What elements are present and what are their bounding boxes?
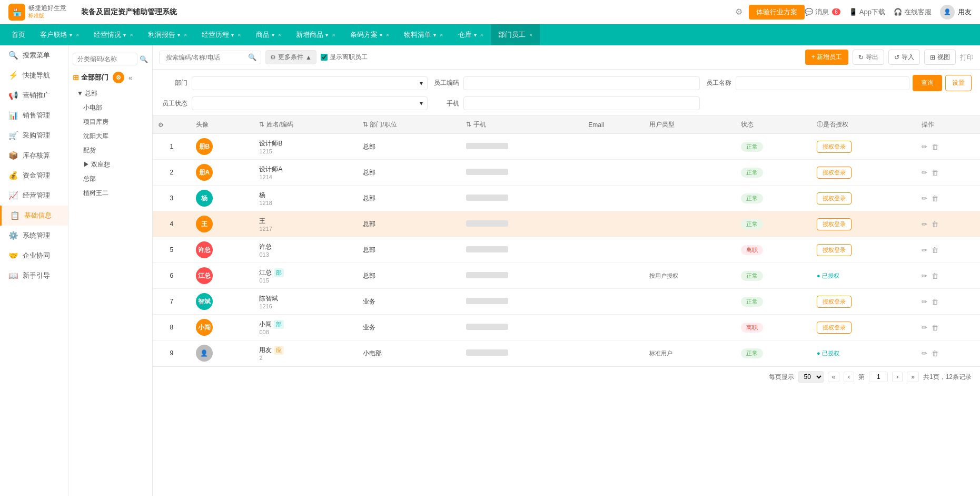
sidebar-item-finance[interactable]: 💰 资金管理 — [0, 166, 68, 186]
edit-icon[interactable]: ✏ — [922, 246, 927, 254]
auth-login-button[interactable]: 授权登录 — [817, 218, 852, 230]
tab-goods[interactable]: 商品 ▾ × — [249, 24, 289, 45]
gear-button[interactable]: ⚙ — [735, 7, 743, 17]
export-button[interactable]: ↻ 导出 — [853, 50, 884, 65]
edit-icon[interactable]: ✏ — [922, 298, 927, 306]
close-icon[interactable]: × — [237, 32, 241, 38]
sidebar-item-guide[interactable]: 📖 新手引导 — [0, 266, 68, 286]
import-button[interactable]: ↺ 导入 — [888, 50, 920, 65]
edit-icon[interactable]: ✏ — [922, 349, 927, 357]
sidebar-item-marketing[interactable]: 📢 营销推广 — [0, 85, 68, 105]
dept-search-icon[interactable]: 🔍 — [140, 55, 148, 63]
delete-icon[interactable]: 🗑 — [932, 143, 938, 151]
delete-icon[interactable]: 🗑 — [932, 194, 938, 202]
edit-icon[interactable]: ✏ — [922, 143, 927, 151]
last-page-button[interactable]: » — [907, 372, 919, 382]
page-size-select[interactable]: 50 — [798, 371, 824, 383]
sidebar-item-business[interactable]: 📈 经营管理 — [0, 186, 68, 206]
next-page-button[interactable]: › — [892, 372, 903, 382]
online-service-button[interactable]: 🎧 在线客服 — [894, 7, 932, 17]
close-icon[interactable]: × — [184, 32, 187, 38]
query-button[interactable]: 查询 — [913, 75, 942, 91]
edit-icon[interactable]: ✏ — [922, 169, 927, 177]
print-button[interactable]: 打印 — [960, 53, 974, 62]
tab-profit-report[interactable]: 利润报告 ▾ × — [141, 24, 194, 45]
close-icon[interactable]: × — [480, 32, 483, 38]
app-download-button[interactable]: 📱 App下载 — [849, 7, 885, 17]
dept-tree-item-shuangzuo[interactable]: ▶ 双座想 — [68, 158, 152, 172]
more-filter-button[interactable]: ⚙ 更多条件 ▲ — [265, 50, 316, 64]
first-page-button[interactable]: « — [828, 372, 840, 382]
auth-login-button[interactable]: 授权登录 — [817, 141, 852, 153]
dept-search-input[interactable] — [73, 53, 137, 65]
auth-login-button[interactable]: 授权登录 — [817, 167, 852, 179]
tab-business-history[interactable]: 经营历程 ▾ × — [194, 24, 248, 45]
add-employee-button[interactable]: + 新增员工 — [805, 50, 848, 65]
edit-icon[interactable]: ✏ — [922, 272, 927, 280]
close-icon[interactable]: × — [130, 32, 133, 38]
dept-settings-button[interactable]: ⚙ — [113, 72, 124, 83]
close-icon[interactable]: × — [278, 32, 281, 38]
close-icon[interactable]: × — [529, 32, 532, 38]
sidebar-item-system[interactable]: ⚙️ 系统管理 — [0, 226, 68, 246]
sidebar-item-purchase[interactable]: 🛒 采购管理 — [0, 125, 68, 145]
filter-status-select[interactable]: ▾ — [192, 96, 428, 110]
dept-tree-item-hq[interactable]: 总部 — [68, 172, 152, 186]
sidebar-item-enterprise[interactable]: 🤝 企业协同 — [0, 246, 68, 266]
auth-login-button[interactable]: 授权登录 — [817, 244, 852, 256]
tab-department-staff[interactable]: 部门员工 × — [491, 24, 540, 45]
close-icon[interactable]: × — [332, 32, 335, 38]
delete-icon[interactable]: 🗑 — [932, 324, 938, 332]
tab-bom[interactable]: 物料清单 ▾ × — [397, 24, 450, 45]
page-number-input[interactable] — [869, 372, 888, 382]
tab-barcode[interactable]: 条码方案 ▾ × — [343, 24, 397, 45]
sidebar-item-basic-info[interactable]: 📋 基础信息 — [0, 206, 68, 226]
sidebar-item-search[interactable]: 🔍 搜索菜单 — [0, 45, 68, 65]
prev-page-button[interactable]: ‹ — [844, 372, 854, 382]
set-button[interactable]: 设置 — [945, 75, 972, 91]
close-icon[interactable]: × — [386, 32, 389, 38]
delete-icon[interactable]: 🗑 — [932, 298, 938, 306]
tab-customer[interactable]: 客户联络 ▾ × — [33, 24, 86, 45]
tab-business-status[interactable]: 经营情况 ▾ × — [86, 24, 140, 45]
trial-button[interactable]: 体验行业方案 — [749, 5, 805, 20]
tab-add-goods[interactable]: 新增商品 ▾ × — [289, 24, 342, 45]
dept-tree-item-small-elec[interactable]: 小电部 — [68, 101, 152, 115]
edit-icon[interactable]: ✏ — [922, 220, 927, 228]
filter-dept-select[interactable]: ▾ — [192, 76, 428, 90]
sidebar-item-quick-nav[interactable]: ⚡ 快捷导航 — [0, 65, 68, 85]
sidebar-item-inventory[interactable]: 📦 库存核算 — [0, 145, 68, 166]
edit-icon[interactable]: ✏ — [922, 194, 927, 202]
auth-login-button[interactable]: 授权登录 — [817, 322, 852, 334]
user-menu[interactable]: 👤 用友 — [940, 5, 972, 20]
delete-icon[interactable]: 🗑 — [932, 349, 938, 357]
email-cell — [583, 134, 644, 160]
search-btn-icon[interactable]: 🔍 — [248, 53, 256, 61]
delete-icon[interactable]: 🗑 — [932, 246, 938, 254]
dept-tree-item-shenyang[interactable]: 沈阳大库 — [68, 129, 152, 143]
tab-warehouse[interactable]: 仓库 ▾ × — [451, 24, 491, 45]
collapse-button[interactable]: « — [128, 74, 132, 82]
sidebar-item-sales[interactable]: 📊 销售管理 — [0, 105, 68, 125]
employee-search-input[interactable] — [164, 51, 248, 64]
view-button[interactable]: ⊞ 视图 — [924, 50, 956, 65]
close-icon[interactable]: × — [76, 32, 79, 38]
tab-home[interactable]: 首页 — [4, 24, 33, 45]
dept-tree-item-headquarters[interactable]: ▼ 总部 — [68, 86, 152, 101]
delete-icon[interactable]: 🗑 — [932, 220, 938, 228]
auth-login-button[interactable]: 授权登录 — [817, 296, 852, 308]
filter-empname-input[interactable] — [736, 76, 909, 90]
dept-tree-item-project[interactable]: 项目库房 — [68, 115, 152, 129]
delete-icon[interactable]: 🗑 — [932, 272, 938, 280]
edit-icon[interactable]: ✏ — [922, 324, 927, 332]
dept-tree-item-dispatch[interactable]: 配货 — [68, 143, 152, 158]
message-button[interactable]: 💬 消息 6 — [805, 7, 840, 17]
filter-phone-input[interactable] — [463, 96, 699, 110]
dept-tree-item-plant[interactable]: 植树王二 — [68, 186, 152, 200]
close-icon[interactable]: × — [440, 32, 443, 38]
delete-icon[interactable]: 🗑 — [932, 169, 938, 177]
settings-icon[interactable]: ⚙ — [158, 121, 164, 129]
filter-empcode-input[interactable] — [463, 76, 699, 90]
auth-login-button[interactable]: 授权登录 — [817, 192, 852, 205]
show-resigned-checkbox[interactable]: 显示离职员工 — [321, 53, 368, 62]
